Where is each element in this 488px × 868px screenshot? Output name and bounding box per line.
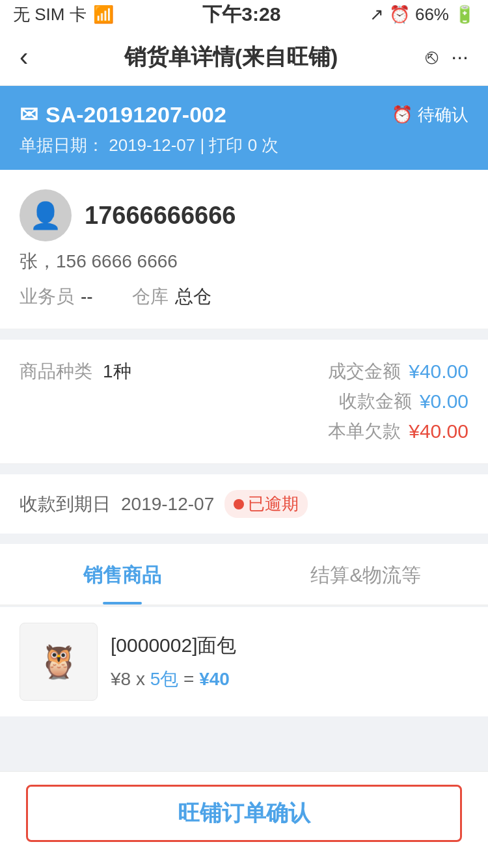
amount-row: 成交金额 ¥40.00 bbox=[328, 359, 468, 384]
due-date-card: 收款到期日 2019-12-07 已逾期 bbox=[0, 474, 488, 534]
date-label: 单据日期： bbox=[20, 135, 104, 155]
received-value: ¥0.00 bbox=[420, 390, 468, 413]
summary-card: 商品种类 1种 成交金额 ¥40.00 收款金额 ¥0.00 本单欠款 ¥40.… bbox=[0, 340, 488, 464]
customer-phone: 17666666666 bbox=[85, 202, 236, 230]
received-row: 收款金额 ¥0.00 bbox=[339, 389, 468, 414]
type-value: 1种 bbox=[103, 359, 131, 384]
owed-value: ¥40.00 bbox=[409, 420, 468, 442]
customer-meta: 业务员 -- 仓库 总仓 bbox=[20, 284, 468, 309]
overdue-badge: 已逾期 bbox=[224, 490, 308, 518]
price-value: ¥8 bbox=[111, 669, 131, 689]
due-date-value: 2019-12-07 bbox=[121, 494, 214, 515]
customer-card: 👤 17666666666 张，156 6666 6666 业务员 -- 仓库 … bbox=[0, 170, 488, 329]
sales-label: 业务员 bbox=[20, 284, 74, 309]
page-title: 销货单详情(来自旺铺) bbox=[59, 42, 403, 72]
amount-value: ¥40.00 bbox=[409, 360, 468, 383]
warehouse-meta: 仓库 总仓 bbox=[132, 284, 211, 309]
product-card: 🦉 [0000002]面包 ¥8 x 5包 = ¥40 bbox=[0, 607, 488, 716]
order-status: ⏰ 待确认 bbox=[392, 103, 468, 126]
more-icon[interactable]: ··· bbox=[451, 45, 468, 69]
tabs-container: 销售商品 结算&物流等 bbox=[0, 544, 488, 606]
received-label: 收款金额 bbox=[339, 389, 412, 414]
print-info: | 打印 0 次 bbox=[200, 135, 278, 155]
due-date-label: 收款到期日 bbox=[20, 492, 111, 517]
multiply-sign: x bbox=[136, 669, 145, 689]
tabs: 销售商品 结算&物流等 bbox=[0, 544, 488, 604]
amount-label: 成交金额 bbox=[328, 359, 401, 384]
nav-right-icons: ⎋ ··· bbox=[403, 45, 468, 69]
order-date-row: 单据日期： 2019-12-07 | 打印 0 次 bbox=[20, 134, 468, 157]
product-info: [0000002]面包 ¥8 x 5包 = ¥40 bbox=[111, 632, 468, 692]
confirm-order-button[interactable]: 旺铺订单确认 bbox=[26, 785, 462, 842]
product-total: ¥40 bbox=[199, 669, 230, 689]
battery-icon: 🔋 bbox=[454, 5, 475, 25]
status-right: ↗ ⏰ 66% 🔋 bbox=[370, 5, 475, 25]
product-thumb-icon: 🦉 bbox=[38, 643, 79, 681]
owed-row: 本单欠款 ¥40.00 bbox=[328, 419, 468, 444]
owed-label: 本单欠款 bbox=[328, 419, 401, 444]
product-price: ¥8 x 5包 = ¥40 bbox=[111, 667, 468, 692]
overdue-text: 已逾期 bbox=[248, 493, 299, 515]
sales-value: -- bbox=[81, 286, 93, 307]
avatar-icon: 👤 bbox=[29, 200, 62, 231]
order-id-row: ✉ SA-20191207-002 bbox=[20, 102, 226, 128]
carrier-text: 无 SIM 卡 bbox=[13, 3, 87, 26]
date-value: 2019-12-07 bbox=[109, 135, 195, 155]
product-thumbnail: 🦉 bbox=[20, 623, 98, 701]
bottom-bar: 旺铺订单确认 bbox=[0, 771, 488, 868]
status-clock-icon: ⏰ bbox=[392, 105, 413, 125]
share-icon[interactable]: ⎋ bbox=[426, 45, 438, 69]
wifi-icon: 📶 bbox=[93, 5, 114, 25]
customer-name: 张，156 6666 6666 bbox=[20, 249, 468, 274]
status-time: 下午3:28 bbox=[202, 1, 280, 28]
overdue-dot-icon bbox=[234, 499, 244, 509]
tab-sales-product[interactable]: 销售商品 bbox=[0, 544, 244, 604]
status-text: 待确认 bbox=[418, 103, 468, 126]
sales-meta: 业务员 -- bbox=[20, 284, 93, 309]
tab-settlement[interactable]: 结算&物流等 bbox=[244, 544, 488, 604]
avatar: 👤 bbox=[20, 189, 72, 241]
product-name: [0000002]面包 bbox=[111, 632, 468, 659]
warehouse-label: 仓库 bbox=[132, 284, 169, 309]
summary-left: 商品种类 1种 bbox=[20, 359, 131, 384]
order-header: ✉ SA-20191207-002 ⏰ 待确认 单据日期： 2019-12-07… bbox=[0, 86, 488, 170]
equals-sign: = bbox=[183, 669, 194, 689]
order-id-text: SA-20191207-002 bbox=[46, 102, 226, 128]
location-icon: ↗ bbox=[370, 5, 384, 25]
nav-bar: ‹ 销货单详情(来自旺铺) ⎋ ··· bbox=[0, 29, 488, 86]
warehouse-value: 总仓 bbox=[175, 284, 211, 309]
type-label: 商品种类 bbox=[20, 359, 92, 384]
product-qty: 5包 bbox=[150, 669, 179, 689]
order-icon: ✉ bbox=[20, 102, 38, 128]
back-button[interactable]: ‹ bbox=[20, 42, 59, 72]
status-bar: 无 SIM 卡 📶 下午3:28 ↗ ⏰ 66% 🔋 bbox=[0, 0, 488, 29]
status-left: 无 SIM 卡 📶 bbox=[13, 3, 114, 26]
summary-right: 成交金额 ¥40.00 收款金额 ¥0.00 本单欠款 ¥40.00 bbox=[328, 359, 468, 444]
battery-text: 66% bbox=[415, 5, 449, 25]
alarm-icon: ⏰ bbox=[389, 5, 410, 25]
